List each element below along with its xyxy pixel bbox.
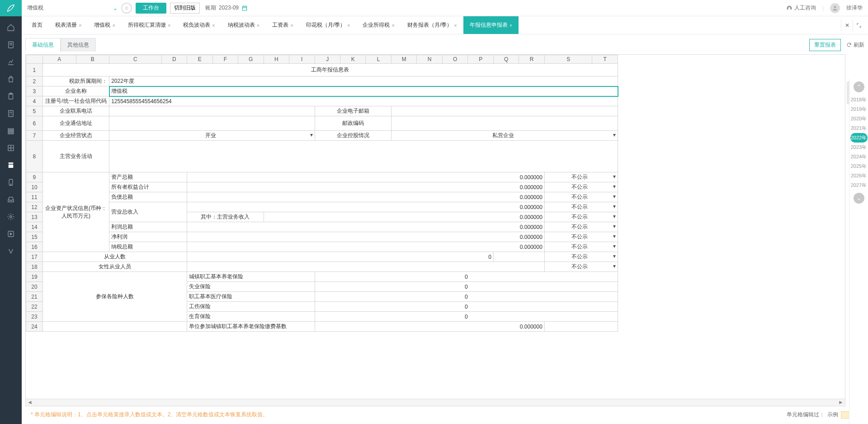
tab-close-icon[interactable]: × xyxy=(347,23,350,28)
list-toggle-button[interactable] xyxy=(121,3,132,14)
calc-icon[interactable] xyxy=(7,110,15,118)
col-K[interactable]: K xyxy=(340,55,365,64)
tab-所得税汇算清缴[interactable]: 所得税汇算清缴× xyxy=(122,16,177,34)
subtab-basic[interactable]: 基础信息 xyxy=(25,38,61,52)
tab-close-icon[interactable]: × xyxy=(392,23,394,28)
phone-icon[interactable] xyxy=(7,178,15,186)
chart-icon[interactable] xyxy=(7,58,15,66)
period-value[interactable]: 2023-09 xyxy=(219,5,239,11)
tab-财务报表（月/季）[interactable]: 财务报表（月/季）× xyxy=(401,16,463,34)
year-2024年[interactable]: 2024年 xyxy=(850,152,868,162)
tab-企业所得税[interactable]: 企业所得税× xyxy=(356,16,401,34)
svg-point-6 xyxy=(10,184,11,185)
workbench-button[interactable]: 工作台 xyxy=(136,3,166,14)
close-all-button[interactable]: ✕ xyxy=(841,19,853,31)
tab-税负波动表[interactable]: 税负波动表× xyxy=(177,16,221,34)
col-Q[interactable]: Q xyxy=(493,55,519,64)
tab-年报信息申报表[interactable]: 年报信息申报表× xyxy=(463,16,519,34)
year-2025年[interactable]: 2025年 xyxy=(850,162,868,171)
doc-icon[interactable] xyxy=(7,41,15,49)
avatar[interactable] xyxy=(830,3,840,13)
col-J[interactable]: J xyxy=(315,55,340,64)
switch-old-button[interactable]: 切到旧版 xyxy=(170,3,200,14)
col-M[interactable]: M xyxy=(391,55,416,64)
left-sidebar xyxy=(0,0,22,424)
col-G[interactable]: G xyxy=(238,55,264,64)
col-R[interactable]: R xyxy=(519,55,544,64)
reset-button[interactable]: 重置报表 xyxy=(809,39,841,51)
year-2023年[interactable]: 2023年 xyxy=(850,143,868,152)
tab-close-icon[interactable]: × xyxy=(454,23,457,28)
fullscreen-button[interactable] xyxy=(853,19,864,31)
footer-note: * 单元格编辑说明：1、点击单元格直接录入数值或文本。2、清空单元格数值或文本恢… xyxy=(31,411,268,419)
bag-icon[interactable] xyxy=(7,75,15,83)
report-icon[interactable] xyxy=(7,161,15,169)
col-F[interactable]: F xyxy=(212,55,238,64)
company-selector[interactable]: 增值税 ⌄ xyxy=(27,4,118,12)
tab-纳税波动表[interactable]: 纳税波动表× xyxy=(222,16,266,34)
svg-rect-3 xyxy=(9,110,14,117)
company-name-cell[interactable]: 增值税 xyxy=(109,86,618,96)
col-E[interactable]: E xyxy=(187,55,212,64)
tab-close-icon[interactable]: × xyxy=(212,23,215,28)
company-name: 增值税 xyxy=(27,4,43,12)
year-2020年[interactable]: 2020年 xyxy=(850,114,868,124)
year-nav: ⌃ 2018年2019年2020年2021年2022年2023年2024年202… xyxy=(849,79,868,424)
tab-税表清册[interactable]: 税表清册× xyxy=(49,16,88,34)
tab-close-icon[interactable]: × xyxy=(168,23,170,28)
tab-close-icon[interactable]: × xyxy=(290,23,293,28)
year-down-button[interactable]: ⌄ xyxy=(854,193,864,204)
gear-icon[interactable] xyxy=(7,213,15,221)
col-A[interactable]: A xyxy=(42,55,76,64)
year-2026年[interactable]: 2026年 xyxy=(850,171,868,181)
subtab-other[interactable]: 其他信息 xyxy=(61,38,96,52)
nav-menu xyxy=(0,16,22,424)
tab-增值税[interactable]: 增值税× xyxy=(88,16,121,34)
col-H[interactable]: H xyxy=(264,55,289,64)
year-2019年[interactable]: 2019年 xyxy=(850,105,868,114)
app-logo[interactable] xyxy=(0,0,22,16)
tab-close-icon[interactable]: × xyxy=(257,23,259,28)
col-D[interactable]: D xyxy=(161,55,187,64)
support-link[interactable]: 人工咨询 xyxy=(786,4,816,12)
home-icon[interactable] xyxy=(7,24,15,32)
col-C[interactable]: C xyxy=(109,55,161,64)
sheet-title: 工商年报信息表 xyxy=(42,64,618,76)
year-up-button[interactable]: ⌃ xyxy=(854,81,864,92)
year-2018年[interactable]: 2018年 xyxy=(850,95,868,105)
grid-icon[interactable] xyxy=(7,144,15,152)
col-N[interactable]: N xyxy=(417,55,442,64)
holding-select[interactable]: 私营企业 xyxy=(391,131,618,141)
col-T[interactable]: T xyxy=(592,55,618,64)
inbox-icon[interactable] xyxy=(7,195,15,204)
svg-point-10 xyxy=(834,6,836,8)
tab-首页[interactable]: 首页 xyxy=(25,16,49,34)
tab-工资表[interactable]: 工资表× xyxy=(266,16,299,34)
col-I[interactable]: I xyxy=(289,55,315,64)
top-header: 增值税 ⌄ 工作台 切到旧版 账期 2023-09 人工咨询 | xyxy=(22,0,868,16)
spreadsheet: ABCDEFGHIJKLMNOPQRST 1工商年报信息表 2税款所属期间：20… xyxy=(25,54,845,406)
calendar-icon[interactable] xyxy=(241,5,248,11)
year-2022年[interactable]: 2022年 xyxy=(850,133,868,143)
tab-close-icon[interactable]: × xyxy=(509,23,512,28)
sheet-scroll[interactable]: ABCDEFGHIJKLMNOPQRST 1工商年报信息表 2税款所属期间：20… xyxy=(26,55,845,399)
col-O[interactable]: O xyxy=(442,55,467,64)
col-B[interactable]: B xyxy=(76,55,109,64)
play-icon[interactable] xyxy=(7,230,15,238)
year-2021年[interactable]: 2021年 xyxy=(850,124,868,133)
horizontal-scrollbar[interactable]: ◄► xyxy=(26,399,845,406)
col-L[interactable]: L xyxy=(366,55,391,64)
tab-close-icon[interactable]: × xyxy=(112,23,115,28)
v-icon[interactable] xyxy=(7,247,15,255)
clipboard-icon[interactable] xyxy=(7,92,15,100)
building-icon[interactable] xyxy=(7,127,15,135)
tab-close-icon[interactable]: × xyxy=(79,23,81,28)
refresh-button[interactable]: 刷新 xyxy=(846,41,864,49)
year-2027年[interactable]: 2027年 xyxy=(850,181,868,190)
username[interactable]: 徐泽华 xyxy=(846,4,863,12)
tab-印花税（月/季）[interactable]: 印花税（月/季）× xyxy=(300,16,357,34)
col-P[interactable]: P xyxy=(468,55,493,64)
svg-point-7 xyxy=(10,216,12,218)
col-S[interactable]: S xyxy=(544,55,592,64)
status-select[interactable]: 开业 xyxy=(109,131,315,141)
